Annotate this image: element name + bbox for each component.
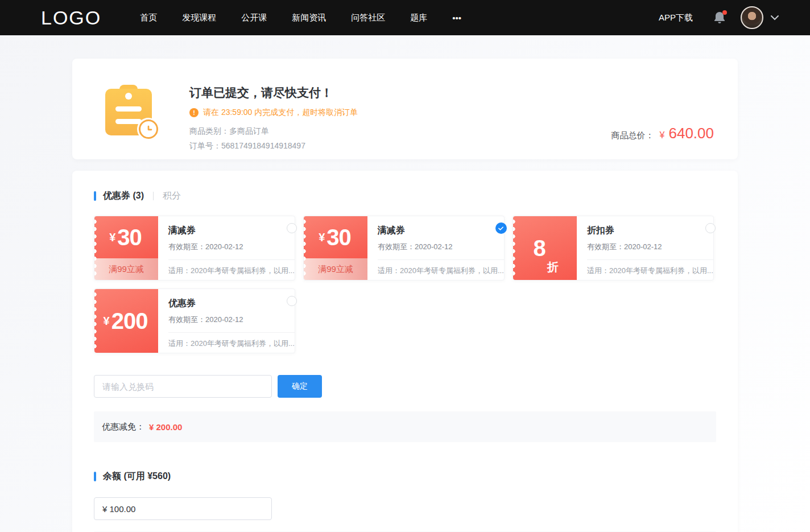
redeem-code-row: 确定 — [94, 375, 716, 398]
nav-right: APP下载 — [659, 6, 779, 29]
discount-value: ¥ 200.00 — [149, 422, 182, 432]
balance-title: 余额 (可用 ¥560) — [103, 471, 171, 482]
coupon-scope: 适用：2020年考研专属福利券，以用... — [168, 339, 295, 349]
nav-menu: 首页 发现课程 公开课 新闻资讯 问答社区 题库 ••• — [140, 13, 461, 23]
coupon-section-header: 优惠券 (3) 积分 — [94, 190, 716, 202]
order-clipboard-icon — [104, 84, 161, 141]
redeem-confirm-button[interactable]: 确定 — [278, 375, 322, 398]
tab-points[interactable]: 积分 — [163, 190, 181, 202]
coupon-title: 满减券 — [168, 225, 295, 237]
payment-options-panel: 优惠券 (3) 积分 ¥30 满99立减 满减券 有效期至：2020-02-12… — [72, 171, 738, 532]
nav-more-menu[interactable]: ••• — [452, 13, 461, 23]
coupon-radio-unselected[interactable] — [287, 296, 297, 306]
discount-summary-strip: 优惠减免： ¥ 200.00 — [94, 411, 716, 442]
nav-item-news[interactable]: 新闻资讯 — [292, 13, 326, 23]
coupon-value-stub: 8折 — [513, 216, 577, 280]
nav-item-discover-courses[interactable]: 发现课程 — [182, 13, 216, 23]
total-price-value: 640.00 — [668, 125, 714, 142]
coupon-validity: 有效期至：2020-02-12 — [168, 242, 295, 252]
redeem-code-input[interactable] — [94, 375, 272, 398]
discount-label: 优惠减免： — [102, 422, 144, 432]
order-number-row: 订单号：5681749184914918497 — [189, 138, 358, 153]
coupon-scope: 适用：2020年考研专属福利券，以用... — [587, 266, 713, 276]
warning-icon: ! — [189, 108, 199, 117]
payment-deadline-notice: ! 请在 23:59:00 内完成支付，超时将取消订单 — [189, 108, 358, 118]
section-accent-bar — [94, 191, 96, 201]
coupon-card[interactable]: ¥30 满99立减 满减券 有效期至：2020-02-12 适用：2020年考研… — [303, 216, 505, 281]
coupon-scope: 适用：2020年考研专属福利券，以用... — [168, 266, 295, 276]
coupon-card[interactable]: ¥30 满99立减 满减券 有效期至：2020-02-12 适用：2020年考研… — [94, 216, 295, 281]
order-category-value: 多商品订单 — [229, 126, 269, 135]
nav-item-home[interactable]: 首页 — [140, 13, 157, 23]
coupon-validity: 有效期至：2020-02-12 — [587, 242, 713, 252]
user-avatar[interactable] — [741, 6, 763, 29]
order-category-row: 商品类别：多商品订单 — [189, 123, 358, 138]
top-nav: LOGO 首页 发现课程 公开课 新闻资讯 问答社区 题库 ••• APP下载 — [0, 0, 810, 35]
deadline-text: 请在 23:59:00 内完成支付，超时将取消订单 — [203, 108, 358, 118]
order-number-value: 5681749184914918497 — [221, 141, 305, 150]
coupon-value-stub: ¥200 — [94, 289, 158, 353]
coupon-title: 折扣券 — [587, 225, 713, 237]
nav-item-qa-community[interactable]: 问答社区 — [351, 13, 385, 23]
tab-coupons[interactable]: 优惠券 (3) — [103, 190, 144, 202]
notification-bell-icon[interactable] — [713, 11, 726, 24]
total-price-label: 商品总价： — [611, 130, 654, 141]
nav-item-question-bank[interactable]: 题库 — [410, 13, 427, 23]
coupon-condition: 满99立减 — [94, 258, 158, 280]
coupon-value-stub: ¥30 满99立减 — [304, 216, 367, 280]
nav-item-open-classes[interactable]: 公开课 — [241, 13, 267, 23]
order-title: 订单已提交，请尽快支付！ — [189, 85, 358, 101]
logo[interactable]: LOGO — [41, 7, 101, 29]
balance-amount-input[interactable] — [94, 497, 272, 520]
chevron-down-icon[interactable] — [770, 13, 779, 23]
order-meta: 商品类别：多商品订单 订单号：5681749184914918497 — [189, 123, 358, 153]
coupon-validity: 有效期至：2020-02-12 — [378, 242, 504, 252]
section-accent-bar — [94, 472, 96, 481]
tab-divider — [153, 192, 154, 200]
notification-dot — [722, 10, 727, 15]
coupon-title: 优惠券 — [168, 298, 295, 310]
currency-symbol: ¥ — [660, 130, 665, 141]
order-banner: 订单已提交，请尽快支付！ ! 请在 23:59:00 内完成支付，超时将取消订单… — [72, 59, 738, 159]
coupon-list: ¥30 满99立减 满减券 有效期至：2020-02-12 适用：2020年考研… — [94, 216, 716, 353]
coupon-radio-unselected[interactable] — [287, 223, 297, 233]
order-total-price: 商品总价： ¥ 640.00 — [611, 125, 714, 142]
coupon-card[interactable]: 8折 折扣券 有效期至：2020-02-12 适用：2020年考研专属福利券，以… — [513, 216, 714, 281]
coupon-condition: 满99立减 — [304, 258, 367, 280]
clock-icon — [137, 118, 160, 141]
balance-section-header: 余额 (可用 ¥560) — [94, 471, 716, 482]
coupon-radio-unselected[interactable] — [705, 223, 716, 233]
coupon-card[interactable]: ¥200 优惠券 有效期至：2020-02-12 适用：2020年考研专属福利券… — [94, 288, 295, 353]
coupon-title: 满减券 — [378, 225, 504, 237]
coupon-validity: 有效期至：2020-02-12 — [168, 315, 295, 325]
order-info: 订单已提交，请尽快支付！ ! 请在 23:59:00 内完成支付，超时将取消订单… — [189, 84, 358, 159]
coupon-scope: 适用：2020年考研专属福利券，以用... — [378, 266, 504, 276]
coupon-radio-selected[interactable] — [495, 222, 507, 234]
coupon-value-stub: ¥30 满99立减 — [94, 216, 158, 280]
app-download-link[interactable]: APP下载 — [659, 13, 693, 23]
